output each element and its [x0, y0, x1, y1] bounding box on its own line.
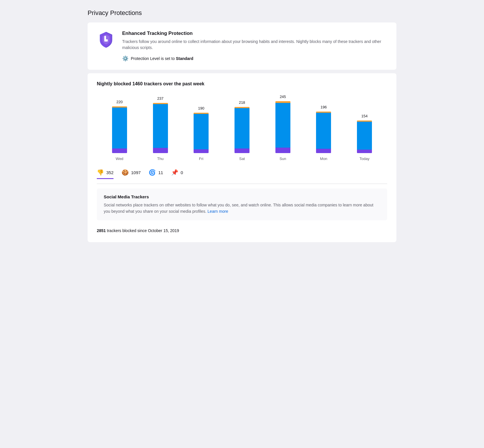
bar-value: 154 — [361, 114, 368, 118]
tracker-detail-box: Social Media Trackers Social networks pl… — [97, 189, 387, 220]
bar-label: Sat — [239, 157, 245, 161]
tracker-count-other: 0 — [181, 170, 183, 175]
bar-stack — [235, 107, 249, 153]
bar-blue — [194, 114, 209, 149]
bar-purple — [275, 148, 290, 153]
bar-purple — [357, 150, 372, 153]
bar-group-fri: 190 Fri — [181, 106, 222, 161]
bar-value: 196 — [321, 105, 327, 109]
bar-stack — [153, 103, 168, 153]
stats-title: Nightly blocked 1460 trackers over the p… — [97, 81, 387, 86]
page-container: Privacy Protections Enhanced Tracking Pr… — [81, 0, 403, 255]
bar-blue — [112, 108, 127, 148]
tracker-count-fingerprint: 11 — [158, 170, 163, 175]
tracker-type-other[interactable]: 📌 0 — [171, 169, 183, 179]
svg-rect-2 — [104, 40, 108, 42]
tracker-count-social: 352 — [106, 170, 114, 175]
total-blocked: 2851 trackers blocked since October 15, … — [97, 228, 387, 233]
gear-icon: ⚙️ — [122, 55, 128, 62]
tracker-type-cross[interactable]: 🍪 1097 — [122, 169, 141, 179]
protection-level-text: Protection Level is set to Standard — [131, 56, 193, 61]
bar-value: 245 — [280, 95, 286, 99]
bar-group-today: 154 Today — [344, 114, 385, 161]
bar-purple — [316, 149, 331, 153]
bar-blue — [275, 103, 290, 148]
bar-group-thu: 237 Thu — [140, 96, 181, 161]
bar-stack — [275, 101, 290, 153]
bar-stack — [357, 121, 372, 153]
bar-label: Wed — [116, 157, 124, 161]
tracker-types: 👎 352 🍪 1097 🌀 11 📌 0 — [97, 169, 387, 179]
bar-label: Thu — [157, 157, 163, 161]
protection-level: ⚙️ Protection Level is set to Standard — [122, 55, 387, 62]
etp-content: Enhanced Tracking Protection Trackers fo… — [122, 31, 387, 62]
learn-more-link[interactable]: Learn more — [207, 209, 228, 214]
etp-heading: Enhanced Tracking Protection — [122, 31, 387, 36]
bar-label: Today — [360, 157, 370, 161]
bar-purple — [153, 148, 168, 153]
bar-purple — [194, 149, 209, 153]
bar-stack — [194, 113, 209, 153]
shield-icon — [97, 31, 115, 49]
bar-group-wed: 220 Wed — [99, 100, 140, 161]
bar-group-mon: 196 Mon — [303, 105, 344, 161]
tracker-type-social[interactable]: 👎 352 — [97, 169, 114, 179]
tracker-detail-description: Social networks place trackers on other … — [104, 202, 380, 214]
tracker-icon-fingerprint: 🌀 — [149, 169, 156, 176]
bar-label: Sun — [279, 157, 286, 161]
bar-blue — [357, 122, 372, 150]
bar-group-sat: 218 Sat — [222, 100, 262, 161]
bar-blue — [316, 113, 331, 149]
bar-label: Fri — [199, 157, 203, 161]
bar-chart: 220 Wed 237 Thu 190 Fri 218 Sat — [97, 95, 387, 161]
tracker-count-cross: 1097 — [131, 170, 141, 175]
tracker-icon-other: 📌 — [171, 169, 178, 176]
bar-value: 218 — [239, 100, 245, 105]
etp-description: Trackers follow you around online to col… — [122, 39, 387, 51]
bar-label: Mon — [320, 157, 327, 161]
bar-value: 220 — [116, 100, 123, 104]
tracker-divider — [97, 184, 387, 184]
tracker-icon-cross: 🍪 — [122, 169, 129, 176]
bar-purple — [235, 148, 249, 153]
bar-stack — [316, 112, 331, 153]
tracker-detail-title: Social Media Trackers — [104, 194, 380, 199]
bar-blue — [153, 104, 168, 148]
stats-card: Nightly blocked 1460 trackers over the p… — [88, 73, 396, 242]
bar-group-sun: 245 Sun — [262, 95, 303, 161]
bar-stack — [112, 106, 127, 153]
page-title: Privacy Protections — [88, 9, 396, 17]
tracker-type-fingerprint[interactable]: 🌀 11 — [149, 169, 163, 179]
bar-value: 190 — [198, 106, 204, 110]
bar-blue — [235, 108, 249, 148]
etp-card: Enhanced Tracking Protection Trackers fo… — [88, 22, 396, 70]
bar-value: 237 — [157, 96, 164, 101]
bar-purple — [112, 148, 127, 153]
tracker-icon-social: 👎 — [97, 169, 104, 176]
